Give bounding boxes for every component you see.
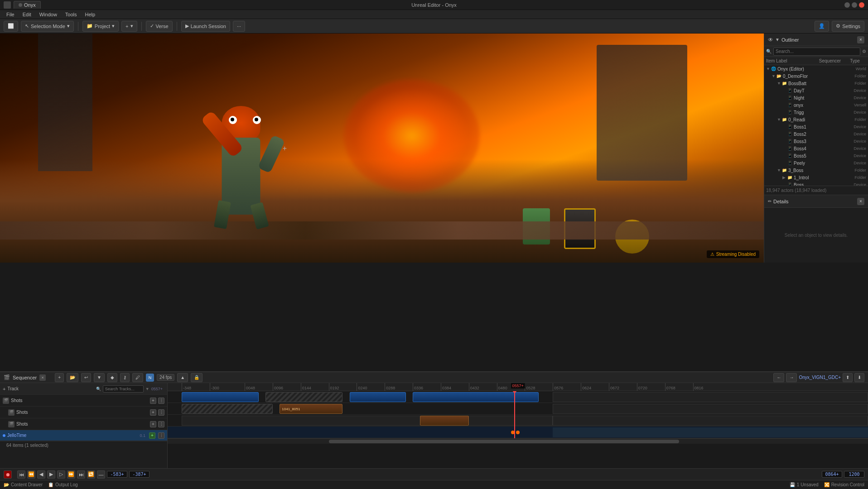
tree-item-boss4[interactable]: 📱 Boss4 Device xyxy=(764,145,868,152)
user-icon-btn[interactable]: 👤 xyxy=(815,21,829,32)
shots-sub2-settings-btn[interactable]: ⋮ xyxy=(158,421,164,427)
close-btn[interactable] xyxy=(859,2,864,8)
app-tab[interactable]: Onyx xyxy=(14,1,41,9)
timeline-jello[interactable] xyxy=(168,427,868,438)
content-drawer-btn[interactable]: 📂 Content Drawer xyxy=(4,482,43,487)
seq-paint-btn[interactable]: 🖊 xyxy=(132,373,143,382)
seq-up-btn[interactable]: ▲ xyxy=(177,373,188,382)
unsaved-btn[interactable]: 💾 1 Unsaved xyxy=(790,482,819,487)
tree-item-boss3[interactable]: 📱 Boss3 Device xyxy=(764,138,868,145)
shots-sub2-add-btn[interactable]: + xyxy=(150,421,156,427)
shots-settings-btn[interactable]: ⋮ xyxy=(158,398,164,404)
ctrl-goto-end-btn[interactable]: ⏭ xyxy=(77,470,85,479)
tick-0672: 0672 xyxy=(609,383,619,391)
seq-undo-btn[interactable]: ↩ xyxy=(81,373,91,382)
seq-key-btn[interactable]: ⚷ xyxy=(120,373,130,382)
minimize-btn[interactable] xyxy=(844,2,850,8)
seq-lock-btn[interactable]: 🔒 xyxy=(191,373,203,382)
seq-collapse-btn[interactable]: ⬇ xyxy=(854,373,864,382)
maximize-btn[interactable] xyxy=(852,2,857,8)
ctrl-prev-frame-btn[interactable]: ◀ xyxy=(37,470,45,479)
track-shots-sub2[interactable]: 🎬 Shots + ⋮ xyxy=(0,418,167,430)
timeline-shots-sub2[interactable] xyxy=(168,415,868,427)
menu-help[interactable]: Help xyxy=(82,11,99,18)
tree-item-trigg[interactable]: 📱 Trigg Device xyxy=(764,109,868,116)
tree-item-boss5[interactable]: 📱 Boss5 Device xyxy=(764,152,868,159)
timeline-clip-hatched-1[interactable] xyxy=(265,392,342,402)
device-icon: 📱 xyxy=(787,131,792,137)
revision-control-btn[interactable]: 🔀 Revision Control xyxy=(824,482,864,487)
tree-item-dayt[interactable]: 📱 DayT Device xyxy=(764,87,868,94)
details-close-btn[interactable]: × xyxy=(857,198,864,205)
timeline-sub1-hatched[interactable] xyxy=(182,404,273,414)
plus-btn[interactable]: + ▾ xyxy=(121,21,137,32)
tree-item-readi[interactable]: ▼ 📁 0_Readi Folder xyxy=(764,116,868,123)
seq-icon[interactable]: 🎬 xyxy=(4,374,10,380)
outliner-settings-icon[interactable]: ⚙ xyxy=(862,49,866,54)
shots-add-btn[interactable]: + xyxy=(150,398,156,404)
timeline-playhead[interactable] xyxy=(514,391,515,438)
timeline-sub1-clip2[interactable]: 1041_8051 xyxy=(280,404,342,414)
ctrl-goto-start-btn[interactable]: ⏮ xyxy=(17,470,25,479)
track-jello-time[interactable]: JelloTime 0.1 + ⋮ xyxy=(0,430,167,441)
seq-next-btn[interactable]: → xyxy=(786,373,797,382)
menu-edit[interactable]: Edit xyxy=(19,11,35,18)
seq-add-btn[interactable]: + xyxy=(55,373,64,382)
seq-filter-btn[interactable]: ▼ xyxy=(94,373,105,382)
outliner-search-input[interactable] xyxy=(773,48,860,56)
settings-btn[interactable]: ⚙ Settings xyxy=(832,21,864,32)
ctrl-next-frame-btn[interactable]: ▷ xyxy=(57,470,65,479)
seq-diamond-btn[interactable]: ◆ xyxy=(107,373,117,382)
ctrl-step-back-btn[interactable]: ⏪ xyxy=(27,470,35,479)
timeline-sub2-clip[interactable] xyxy=(420,416,469,426)
timeline-clip-4[interactable] xyxy=(413,392,539,402)
ctrl-more-btn[interactable]: — xyxy=(97,470,105,479)
menu-tools[interactable]: Tools xyxy=(62,11,81,18)
track-search-input[interactable] xyxy=(103,385,144,393)
ctrl-play-btn[interactable]: ▶ xyxy=(47,470,55,479)
tree-item-boss6[interactable]: 📱 Peely Device xyxy=(764,159,868,167)
tree-item-night[interactable]: 📱 Night Device xyxy=(764,94,868,101)
tree-item-2[interactable]: ▼ 📁 BossBatt Folder xyxy=(764,80,868,87)
tree-item-1[interactable]: ▼ 📂 0_DemoFlor Folder xyxy=(764,72,868,80)
output-log-btn[interactable]: 📋 Output Log xyxy=(48,482,77,487)
scrollbar-track[interactable] xyxy=(168,438,868,444)
viewport[interactable]: + Streaming Disabled xyxy=(0,34,764,263)
seq-expand-btn[interactable]: ⬆ xyxy=(843,373,853,382)
shots-sub1-add-btn[interactable]: + xyxy=(150,409,156,416)
more-options-btn[interactable]: ··· xyxy=(233,21,245,32)
track-shots-parent[interactable]: 🎬 Shots + ⋮ xyxy=(0,395,167,407)
project-btn[interactable]: 📁 Project ▾ xyxy=(82,21,119,32)
menu-window[interactable]: Window xyxy=(36,11,61,18)
shots-sub1-settings-btn[interactable]: ⋮ xyxy=(158,409,164,416)
track-shots-sub1[interactable]: 🎬 Shots + ⋮ xyxy=(0,407,167,418)
seq-prev-btn[interactable]: ← xyxy=(773,373,784,382)
ctrl-record-btn[interactable]: ⏺ xyxy=(4,470,12,479)
verse-btn[interactable]: ✓ Verse xyxy=(146,21,173,32)
tree-item-1introl[interactable]: ▶ 📁 1_Introl Folder xyxy=(764,174,868,181)
scrollbar-thumb[interactable] xyxy=(329,440,679,443)
viewport-options-btn[interactable]: ⬜ xyxy=(4,21,18,32)
seq-folder-btn[interactable]: 📂 xyxy=(67,373,78,382)
jello-add-btn[interactable]: + xyxy=(149,432,155,439)
seq-timeline[interactable]: -348 -300 0048 0096 0144 0192 0240 0288 … xyxy=(168,383,868,468)
jello-settings-btn[interactable]: ⋮ xyxy=(158,432,164,439)
fps-display[interactable]: 24 fps xyxy=(157,374,174,381)
seq-camera-btn[interactable]: N xyxy=(146,374,154,382)
launch-session-btn[interactable]: ▶ Launch Session xyxy=(181,21,230,32)
tree-item-boss1[interactable]: 📱 Boss1 Device xyxy=(764,123,868,130)
tree-item-boss2[interactable]: 📱 Boss2 Device xyxy=(764,130,868,138)
selection-mode-btn[interactable]: ↖ Selection Mode ▾ xyxy=(21,21,74,32)
tree-item-3boss[interactable]: ▼ 📁 3_Boss Folder xyxy=(764,167,868,174)
tree-item-onyx[interactable]: 📱 onyx Versell xyxy=(764,101,868,109)
ctrl-step-forward-btn[interactable]: ⏩ xyxy=(67,470,75,479)
timeline-clip-3[interactable] xyxy=(350,392,406,402)
seq-close-btn[interactable]: × xyxy=(39,374,46,381)
timeline-clip-1[interactable] xyxy=(182,392,259,402)
menu-file[interactable]: File xyxy=(3,11,18,18)
timeline-shots-sub1[interactable]: 1041_8051 xyxy=(168,403,868,415)
outliner-close-btn[interactable]: × xyxy=(857,36,864,43)
ctrl-loop-btn[interactable]: 🔁 xyxy=(87,470,95,479)
tree-item-0[interactable]: ▼ 🌐 Onyx (Editor) World xyxy=(764,65,868,72)
tree-item-boss-final[interactable]: 📱 Boss Device xyxy=(764,181,868,186)
